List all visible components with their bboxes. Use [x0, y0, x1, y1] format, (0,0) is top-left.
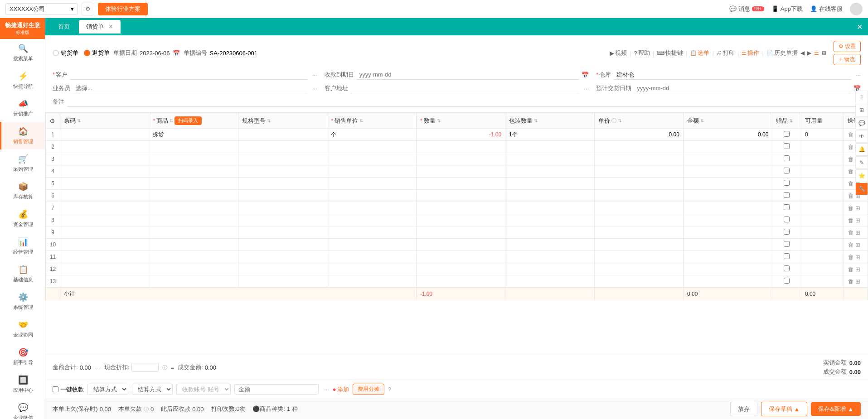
pack-qty-input[interactable]	[509, 180, 590, 187]
messages-button[interactable]: 💬 消息 99+	[729, 5, 764, 13]
cell-unit[interactable]	[327, 214, 416, 226]
cell-product[interactable]	[149, 214, 238, 226]
discount-input[interactable]	[131, 363, 159, 372]
cell-unit[interactable]	[327, 226, 416, 239]
cell-qty[interactable]	[416, 226, 505, 239]
notes-input[interactable]	[67, 97, 861, 107]
history-link[interactable]: 📄 历史单据	[766, 49, 798, 57]
settings-gear-button[interactable]: ⚙	[82, 3, 94, 15]
copy-row-icon[interactable]: ⊞	[855, 254, 860, 260]
delete-row-icon[interactable]: 🗑	[848, 241, 853, 248]
delete-row-icon[interactable]: 🗑	[848, 168, 853, 175]
cell-product[interactable]	[149, 251, 238, 263]
current-debt-info-icon[interactable]: ⓘ	[144, 406, 149, 413]
cell-qty[interactable]	[416, 178, 505, 190]
cell-price[interactable]	[594, 202, 683, 214]
spec-input[interactable]	[242, 156, 323, 162]
sidebar-item-system[interactable]: ⚙️ 系统管理	[0, 288, 45, 315]
save-draft-button[interactable]: 保存草稿 ▲	[761, 402, 808, 416]
qty-input[interactable]	[420, 205, 501, 211]
spec-input[interactable]	[242, 241, 323, 248]
cell-barcode[interactable]	[60, 178, 149, 190]
qty-input[interactable]	[420, 193, 501, 199]
scan-barcode-button[interactable]: 扫码录入	[175, 116, 202, 125]
barcode-input[interactable]	[64, 193, 145, 199]
product-input[interactable]	[153, 168, 234, 174]
product-input[interactable]	[153, 241, 234, 248]
cell-price[interactable]	[594, 153, 683, 165]
amount-input[interactable]	[687, 168, 768, 174]
pack-qty-input[interactable]	[509, 254, 590, 260]
product-sort-icon[interactable]: ⇅	[170, 118, 173, 123]
cell-amount[interactable]	[683, 165, 772, 178]
qty-input[interactable]	[420, 229, 501, 236]
cell-barcode[interactable]	[60, 214, 149, 226]
copy-row-icon[interactable]: ⊞	[855, 205, 860, 212]
price-input[interactable]	[598, 229, 679, 236]
warehouse-more-icon[interactable]: ···	[856, 72, 861, 78]
gift-checkbox[interactable]	[784, 278, 790, 284]
sidebar-item-corp[interactable]: 🤝 企业协同	[0, 315, 45, 343]
cell-amount[interactable]	[683, 153, 772, 165]
cell-product[interactable]	[149, 178, 238, 190]
copy-row-icon[interactable]: ⊞	[855, 266, 860, 273]
cell-qty[interactable]	[416, 141, 505, 153]
cell-spec[interactable]	[238, 263, 327, 275]
discard-button[interactable]: 放弃	[730, 402, 757, 416]
salesperson-input[interactable]	[73, 83, 308, 93]
product-input[interactable]	[153, 180, 234, 187]
float-btn-5[interactable]: 🔔	[855, 143, 868, 156]
float-btn-8[interactable]: 🔧	[855, 183, 868, 195]
cell-gift[interactable]	[772, 275, 801, 288]
delete-row-icon[interactable]: 🗑	[848, 229, 853, 236]
pack-sort-icon[interactable]: ⇅	[534, 118, 538, 123]
customer-addr-more-icon[interactable]: ···	[584, 85, 589, 92]
spec-input[interactable]	[242, 144, 323, 150]
cell-unit[interactable]	[327, 141, 416, 153]
grid-view-icon[interactable]: ⊞	[822, 50, 826, 56]
spec-input[interactable]	[242, 168, 323, 174]
qty-input[interactable]	[420, 168, 501, 174]
salesperson-more-icon[interactable]: ···	[312, 85, 317, 92]
price-input[interactable]	[598, 156, 679, 162]
barcode-input[interactable]	[64, 278, 145, 284]
cell-unit[interactable]	[327, 165, 416, 178]
product-input[interactable]	[153, 205, 234, 211]
tab-sales-order[interactable]: 销货单 ✕	[79, 20, 121, 34]
shortcut-link[interactable]: ⌨ 快捷键	[657, 49, 683, 57]
qty-input[interactable]	[420, 131, 501, 138]
print-link[interactable]: 🖨 打印	[717, 49, 735, 57]
cell-unit[interactable]	[327, 251, 416, 263]
delete-row-icon[interactable]: 🗑	[848, 254, 853, 260]
cell-spec[interactable]	[238, 129, 327, 141]
settings-button[interactable]: ⚙ 设置	[834, 41, 861, 52]
cell-price[interactable]	[594, 263, 683, 275]
cell-barcode[interactable]	[60, 190, 149, 202]
th-gear[interactable]: ⚙	[46, 113, 60, 129]
cell-qty[interactable]	[416, 275, 505, 288]
pay-date-input[interactable]	[357, 70, 579, 80]
delete-row-icon[interactable]: 🗑	[848, 180, 853, 187]
cell-unit[interactable]	[327, 263, 416, 275]
unit-input[interactable]	[331, 131, 412, 138]
cell-qty[interactable]	[416, 263, 505, 275]
amount-sort-icon[interactable]: ⇅	[700, 118, 704, 123]
copy-row-icon[interactable]: ⊞	[855, 241, 860, 248]
price-sort-icon[interactable]: ⇅	[618, 118, 621, 123]
product-input[interactable]	[153, 266, 234, 272]
pack-qty-input[interactable]	[509, 241, 590, 248]
customer-addr-input[interactable]	[351, 83, 580, 93]
gift-checkbox[interactable]	[784, 265, 790, 271]
product-input[interactable]	[153, 217, 234, 223]
tab-bar-close-button[interactable]: ✕	[857, 23, 863, 31]
cell-amount[interactable]	[683, 275, 772, 288]
float-btn-1[interactable]: ≡	[855, 91, 868, 103]
cell-product[interactable]	[149, 263, 238, 275]
cell-product[interactable]	[149, 190, 238, 202]
cell-product[interactable]	[149, 153, 238, 165]
cell-qty[interactable]	[416, 202, 505, 214]
cell-amount[interactable]	[683, 202, 772, 214]
cell-gift[interactable]	[772, 263, 801, 275]
sidebar-item-guide[interactable]: 🎯 新手引导	[0, 343, 45, 371]
copy-row-icon[interactable]: ⊞	[855, 229, 860, 236]
